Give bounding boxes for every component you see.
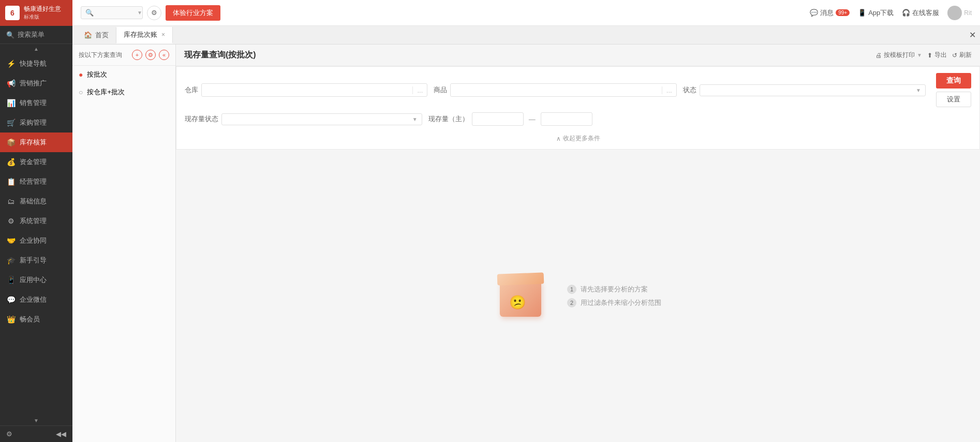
phone-icon: 📱 (858, 9, 866, 17)
tab-inventory-batch-close[interactable]: × (161, 31, 165, 38)
app-download-item[interactable]: 📱 App下载 (858, 8, 894, 18)
sidebar-item-marketing[interactable]: 📢 营销推广 (0, 73, 72, 93)
refresh-icon: ↺ (952, 52, 957, 59)
collapse-sidebar-icon[interactable]: ◀◀ (56, 430, 66, 438)
tab-inventory-batch-label: 库存批次账 (124, 30, 157, 39)
add-scheme-btn[interactable]: + (132, 50, 142, 60)
box-lid (497, 272, 544, 285)
enterprise-label: 企业协同 (20, 236, 47, 245)
topbar-search-icon: 🔍 (85, 9, 94, 17)
message-item[interactable]: 💬 消息 99+ (810, 8, 850, 18)
scheme-by-batch[interactable]: ● 按批次 (72, 66, 175, 83)
collapse-chevron-icon: ∧ (556, 135, 561, 142)
user-avatar-item[interactable]: Rit (947, 6, 972, 20)
sidebar-item-basic[interactable]: 🗂 基础信息 (0, 191, 72, 211)
tab-close-panel-btn[interactable]: ✕ (969, 30, 976, 40)
product-dots[interactable]: ... (662, 86, 676, 94)
refresh-label: 刷新 (959, 51, 972, 60)
sidebar-item-system[interactable]: ⚙ 系统管理 (0, 211, 72, 231)
collapse-filter-btn[interactable]: ∧ 收起更多条件 (185, 131, 971, 146)
tab-inventory-batch[interactable]: 库存批次账 × (116, 27, 173, 43)
print-icon: 🖨 (875, 52, 882, 59)
member-label: 畅会员 (20, 315, 40, 324)
topbar-gear-btn[interactable]: ⚙ (147, 6, 161, 20)
warehouse-input[interactable] (202, 84, 412, 96)
wechat-label: 企业微信 (20, 295, 47, 304)
hint-1-num: 1 (567, 285, 576, 294)
sidebar-search[interactable]: 🔍 搜索菜单 (0, 26, 72, 44)
hint-2-text: 用过滤条件来缩小分析范围 (581, 298, 661, 307)
scheme-by-warehouse-batch[interactable]: ○ 按仓库+批次 (72, 83, 175, 101)
scroll-down-btn[interactable]: ▼ (29, 417, 43, 424)
print-label: 按模板打印 (884, 51, 915, 60)
sidebar-item-finance[interactable]: 💰 资金管理 (0, 152, 72, 172)
refresh-btn[interactable]: ↺ 刷新 (952, 51, 972, 60)
headset-icon: 🎧 (902, 9, 910, 17)
sidebar-item-wechat[interactable]: 💬 企业微信 (0, 290, 72, 310)
tab-home-label: 首页 (95, 31, 109, 40)
sidebar-item-appstore[interactable]: 📱 应用中心 (0, 270, 72, 290)
tabbar: 🏠 首页 库存批次账 × ✕ (72, 26, 980, 45)
topbar-search-chevron[interactable]: ▼ (137, 10, 142, 16)
warehouse-label: 仓库 (185, 85, 198, 95)
export-btn[interactable]: ⬆ 导出 (927, 51, 947, 60)
inventory-qty-dash: — (527, 115, 538, 123)
online-service-item[interactable]: 🎧 在线客服 (902, 8, 939, 18)
trial-button[interactable]: 体验行业方案 (166, 5, 220, 21)
box-face: 😕 (509, 294, 526, 311)
tab-home[interactable]: 🏠 首页 (77, 27, 116, 43)
empty-hint-1: 1 请先选择要分析的方案 (567, 285, 661, 294)
app-download-label: App下载 (868, 8, 894, 18)
filter-area: 仓库 ... 商品 ... (176, 66, 980, 150)
sidebar-item-enterprise[interactable]: 🤝 企业协同 (0, 231, 72, 251)
topbar-search-input[interactable] (96, 9, 137, 17)
inventory-status-filter: 现存量状态 ▼ (185, 113, 422, 125)
sidebar-item-newbie[interactable]: 🎓 新手引导 (0, 251, 72, 270)
purchase-icon: 🛒 (6, 119, 16, 127)
scroll-up-btn[interactable]: ▲ (29, 45, 43, 53)
warehouse-batch-scheme-label: 按仓库+批次 (87, 87, 125, 97)
basic-label: 基础信息 (20, 197, 47, 206)
sidebar-menu: ⚡ 快捷导航 📢 营销推广 📊 销售管理 🛒 采购管理 📦 库存核算 💰 资金管… (0, 54, 72, 416)
settings-scheme-btn[interactable]: ⚙ (145, 50, 156, 60)
batch-scheme-label: 按批次 (87, 70, 107, 79)
status-select[interactable]: ▼ (700, 84, 926, 96)
shortcuts-label: 快捷导航 (20, 59, 47, 68)
sidebar-item-inventory[interactable]: 📦 库存核算 (0, 132, 72, 152)
settings-button[interactable]: 设置 (936, 92, 971, 107)
product-input[interactable] (451, 84, 661, 96)
sidebar-item-management[interactable]: 📋 经营管理 (0, 172, 72, 191)
username-label: Rit (964, 9, 972, 17)
message-label: 消息 (820, 8, 834, 18)
settings-gear-icon[interactable]: ⚙ (6, 430, 12, 438)
print-btn[interactable]: 🖨 按模板打印 ▼ (875, 51, 922, 60)
online-service-label: 在线客服 (912, 8, 939, 18)
product-input-group[interactable]: ... (450, 83, 676, 97)
product-filter: 商品 ... (434, 83, 676, 97)
gear-icon: ⚙ (151, 9, 157, 17)
print-chevron: ▼ (917, 52, 922, 58)
hint-1-text: 请先选择要分析的方案 (581, 285, 648, 294)
settings-icon: ⚙ (148, 52, 153, 58)
warehouse-filter: 仓库 ... (185, 83, 427, 97)
sidebar-scroll-down[interactable]: ▼ (0, 416, 72, 425)
collapse-panel-btn[interactable]: « (159, 50, 169, 60)
warehouse-dots[interactable]: ... (412, 86, 427, 94)
status-filter: 状态 ▼ (683, 84, 926, 96)
sidebar-item-purchase[interactable]: 🛒 采购管理 (0, 113, 72, 132)
purchase-label: 采购管理 (20, 118, 47, 127)
inventory-status-select[interactable]: ▼ (221, 113, 422, 125)
inventory-qty-from[interactable] (472, 112, 524, 126)
sidebar-item-sales[interactable]: 📊 销售管理 (0, 93, 72, 113)
warehouse-input-group[interactable]: ... (201, 83, 427, 97)
topbar-search-box[interactable]: 🔍 ▼ (81, 6, 143, 19)
message-icon: 💬 (810, 9, 818, 17)
sidebar-item-member[interactable]: 👑 畅会员 (0, 310, 72, 329)
inventory-qty-to[interactable] (541, 112, 592, 126)
inventory-icon: 📦 (6, 138, 16, 146)
sidebar-item-shortcuts[interactable]: ⚡ 快捷导航 (0, 54, 72, 73)
system-label: 系统管理 (20, 216, 47, 226)
sidebar-scroll-up[interactable]: ▲ (0, 44, 72, 54)
finance-label: 资金管理 (20, 157, 47, 167)
query-button[interactable]: 查询 (936, 73, 971, 89)
